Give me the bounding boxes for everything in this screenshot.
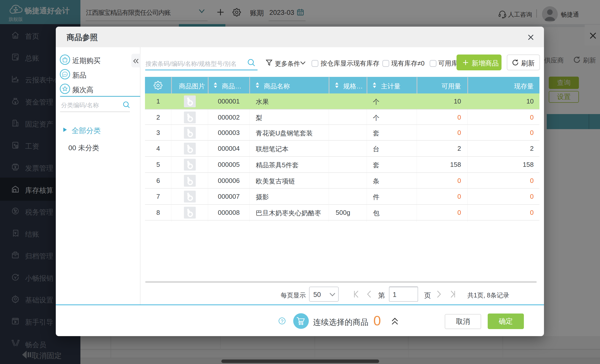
svg-text:new: new (63, 73, 67, 76)
